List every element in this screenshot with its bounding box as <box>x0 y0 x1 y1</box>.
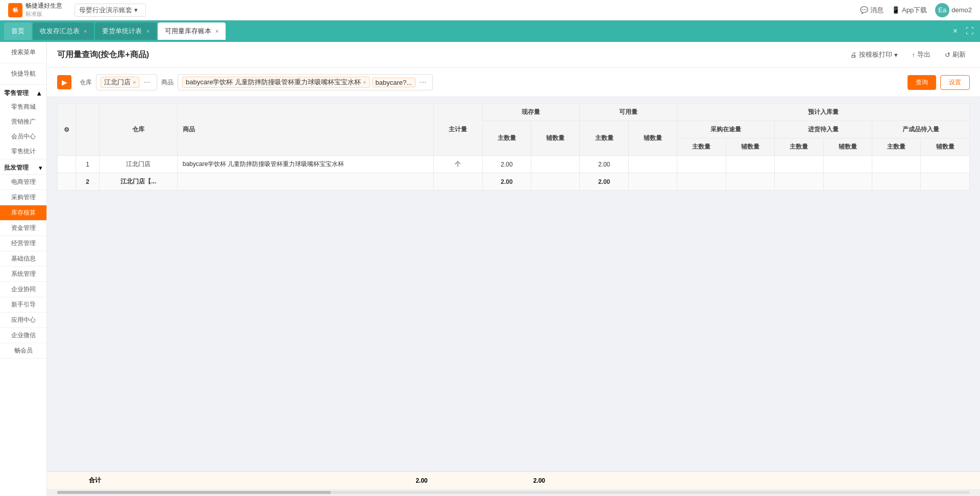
sidebar-item-system[interactable]: 系统管理 <box>0 267 46 281</box>
nav-tabs-right: × ⛶ <box>951 25 976 38</box>
col-unit: 主计量 <box>434 104 482 156</box>
export-label: 导出 <box>917 50 930 59</box>
footer-spacer2 <box>65 472 84 489</box>
logo-sub: 标准版 <box>26 10 62 18</box>
tab-home-label: 首页 <box>11 27 24 36</box>
cell-avail-main: 2.00 <box>580 156 628 173</box>
cell-warehouse2: 江北门店【... <box>100 173 177 191</box>
cell-pt-aux <box>726 156 774 173</box>
cell-pp-aux2 <box>921 173 970 191</box>
warehouse-input[interactable]: 江北门店 × ··· <box>96 74 157 90</box>
sidebar-item-enterprise[interactable]: 企业协同 <box>0 282 46 297</box>
col-planned: 预计入库量 <box>677 104 970 121</box>
user-info[interactable]: Ea demo2 <box>935 3 972 17</box>
warehouse-tag-text: 江北门店 <box>104 78 131 87</box>
close-all-btn[interactable]: × <box>951 25 960 38</box>
product-tag-2: babycare?... <box>372 78 416 87</box>
sidebar-item-basic[interactable]: 基础信息 <box>0 251 46 266</box>
industry-label: 母婴行业演示账套 <box>79 6 132 15</box>
table-area: ⚙ 仓库 商品 主计量 现存量 可用量 预计入库量 主数量 辅数量 主数量 辅数… <box>47 97 980 471</box>
cell-pp-aux <box>921 156 970 173</box>
settings-button[interactable]: 设置 <box>940 75 970 90</box>
sidebar-item-ecommerce[interactable]: 电商管理 <box>0 175 46 190</box>
page-actions: 🖨 按模板打印 ▾ ↑ 导出 ↺ 刷新 <box>846 48 970 61</box>
sidebar-item-purchase[interactable]: 采购管理 <box>0 190 46 205</box>
sidebar-item-member[interactable]: 会员中心 <box>0 129 46 144</box>
sidebar-quicknav[interactable]: 快捷导航 <box>0 66 46 81</box>
footer-label: 合计 <box>84 472 142 489</box>
footer-product-spacer <box>142 472 348 489</box>
tab-order-close[interactable]: × <box>146 28 149 34</box>
sidebar-item-shop[interactable]: 零售商城 <box>0 100 46 114</box>
warehouse-more-btn[interactable]: ··· <box>141 78 152 87</box>
sidebar-item-operation[interactable]: 经营管理 <box>0 236 46 251</box>
export-btn[interactable]: ↑ 导出 <box>908 48 935 61</box>
product-tag-1-text: babycare学饮杯 儿童防摔防撞吸管杯重力球吸嘴杯宝宝水杯 <box>186 78 361 87</box>
sidebar-item-marketing[interactable]: 营销推广 <box>0 114 46 129</box>
col-pt-main: 主数量 <box>677 138 726 156</box>
cell-product2 <box>177 173 433 191</box>
tab-available[interactable]: 可用量库存账本 × <box>158 22 226 40</box>
fullscreen-btn[interactable]: ⛶ <box>964 25 976 38</box>
sidebar-item-newguide[interactable]: 新手引导 <box>0 297 46 312</box>
col-avail-aux: 辅数量 <box>628 121 677 156</box>
print-btn[interactable]: 🖨 按模板打印 ▾ <box>846 48 902 61</box>
sidebar-item-appcenter[interactable]: 应用中心 <box>0 313 46 327</box>
filter-group: 仓库 江北门店 × ··· 商品 babycare学饮杯 儿童防摔防撞吸管杯重力… <box>80 74 899 90</box>
warehouse-tag-remove[interactable]: × <box>133 79 136 85</box>
sidebar-quicknav-section: 快捷导航 <box>0 63 46 85</box>
refresh-btn[interactable]: ↺ 刷新 <box>941 48 970 61</box>
page-title: 可用量查询(按仓库+商品) <box>57 50 149 60</box>
cell-stock-main: 2.00 <box>482 156 531 173</box>
scroll-bar-track[interactable] <box>57 491 970 494</box>
content-area: 可用量查询(按仓库+商品) 🖨 按模板打印 ▾ ↑ 导出 ↺ 刷新 ▶ <box>47 42 980 496</box>
nav-tabs: 首页 收发存汇总表 × 要货单统计表 × 可用量库存账本 × × ⛶ <box>0 20 980 42</box>
top-bar: 畅 畅捷通好生意 标准版 母婴行业演示账套 ▾ 💬 消息 📱 App下载 Ea … <box>0 0 980 20</box>
message-btn[interactable]: 💬 消息 <box>860 6 884 15</box>
cell-unit2 <box>434 173 482 191</box>
sidebar-item-weixin[interactable]: 企业微信 <box>0 328 46 343</box>
tab-income[interactable]: 收发存汇总表 × <box>33 22 94 40</box>
tab-home[interactable]: 首页 <box>4 22 32 40</box>
sidebar-retail-header[interactable]: 零售管理 ▲ <box>0 85 46 100</box>
sidebar-item-retail-stats[interactable]: 零售统计 <box>0 144 46 159</box>
cell-product: babycare学饮杯 儿童防摔防撞吸管杯重力球吸嘴杯宝宝水杯 <box>177 156 433 173</box>
tab-available-close[interactable]: × <box>215 28 218 34</box>
col-stock-main: 主数量 <box>482 121 531 156</box>
sidebar-item-inventory[interactable]: 库存核算 <box>0 205 46 220</box>
sidebar-ecommerce: 电商管理 <box>0 175 46 190</box>
sidebar-changyuanyuan: 畅会员 <box>0 343 46 359</box>
footer-avail-aux <box>569 472 627 489</box>
cell-pt-main2 <box>677 173 726 191</box>
product-more-btn[interactable]: ··· <box>418 78 428 87</box>
scroll-bar-thumb[interactable] <box>57 491 331 494</box>
filter-bar: ▶ 仓库 江北门店 × ··· 商品 babycare学饮杯 儿童防摔防撞吸管杯… <box>47 68 980 97</box>
sidebar-item-changyuanyuan[interactable]: 畅会员 <box>0 343 46 358</box>
sidebar-enterprise: 企业协同 <box>0 282 46 297</box>
sidebar-wholesale: 批发管理 ▾ <box>0 159 46 175</box>
sidebar-finance: 资金管理 <box>0 221 46 236</box>
product-input[interactable]: babycare学饮杯 儿童防摔防撞吸管杯重力球吸嘴杯宝宝水杯 × babyca… <box>178 74 433 90</box>
scroll-bar-area[interactable] <box>47 489 980 496</box>
app-download-btn[interactable]: 📱 App下载 <box>892 6 927 15</box>
tab-income-close[interactable]: × <box>84 28 87 34</box>
col-production-pending: 产成品待入量 <box>872 121 970 138</box>
footer-spacer1 <box>47 472 65 489</box>
product-tag-1-remove[interactable]: × <box>363 79 366 85</box>
sidebar-wholesale-header[interactable]: 批发管理 ▾ <box>0 159 46 174</box>
cell-settings2 <box>58 173 76 191</box>
industry-selector[interactable]: 母婴行业演示账套 ▾ <box>75 4 146 17</box>
col-available: 可用量 <box>580 104 677 121</box>
tab-order[interactable]: 要货单统计表 × <box>95 22 156 40</box>
refresh-icon: ↺ <box>945 51 950 59</box>
col-purchase-transit: 采购在途量 <box>677 121 775 138</box>
sidebar-operation: 经营管理 <box>0 236 46 251</box>
product-tag-1: babycare学饮杯 儿童防摔防撞吸管杯重力球吸嘴杯宝宝水杯 × <box>182 77 370 88</box>
footer-pt-aux <box>686 472 745 489</box>
query-button[interactable]: 查询 <box>908 75 936 90</box>
sidebar-search-btn[interactable]: 搜索菜单 <box>0 45 46 60</box>
sidebar-search-section: 搜索菜单 <box>0 42 46 63</box>
logo-text-block: 畅捷通好生意 标准版 <box>26 2 62 18</box>
filter-toggle-btn[interactable]: ▶ <box>57 75 71 89</box>
sidebar-item-finance[interactable]: 资金管理 <box>0 221 46 235</box>
